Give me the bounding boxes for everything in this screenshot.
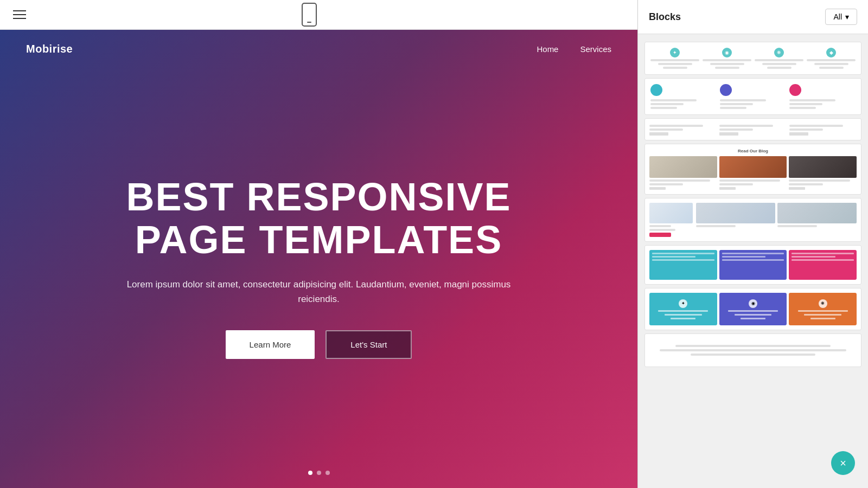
blocks-panel: Blocks All ▾ ✦ ◉ — [637, 0, 868, 488]
colorblock-icon-2: ◉ — [749, 299, 757, 308]
blog-photo-2 — [719, 156, 787, 178]
block-thumbnail-service-cards[interactable] — [644, 245, 861, 285]
close-button[interactable]: × — [831, 451, 855, 475]
colorblock-icon-1: ✦ — [679, 299, 687, 308]
service-card-teal — [649, 250, 717, 280]
blocks-title: Blocks — [649, 11, 681, 23]
colorblock-teal: ✦ — [649, 293, 717, 325]
chevron-down-icon: ▾ — [845, 12, 849, 21]
hero-section: Mobirise Home Services BEST RESPONSIVE P… — [0, 30, 637, 488]
circle-pink — [789, 84, 801, 96]
hero-buttons: Learn More Let's Start — [226, 330, 412, 359]
block-thumbnail-icon-grid[interactable]: ✦ ◉ ❋ ◆ — [644, 42, 861, 75]
service-card-pink — [789, 250, 857, 280]
editor-area: Mobirise Home Services BEST RESPONSIVE P… — [0, 0, 637, 488]
service-card-blue — [719, 250, 787, 280]
blocks-header: Blocks All ▾ — [638, 0, 868, 34]
colorblock-blue: ◉ — [719, 293, 787, 325]
blog-header-text: Read Our Blog — [649, 149, 857, 153]
block-thumbnail-circles[interactable] — [644, 78, 861, 115]
hamburger-icon[interactable] — [13, 10, 26, 19]
device-preview-button[interactable] — [302, 3, 317, 27]
block-thumbnail-partial[interactable] — [644, 333, 861, 367]
carousel-dot-3[interactable] — [326, 471, 330, 475]
colorblock-icon-3: ❋ — [819, 299, 827, 308]
block-thumbnail-color-blocks[interactable]: ✦ ◉ ❋ — [644, 288, 861, 330]
icon-2: ◉ — [722, 48, 732, 57]
article-img-2 — [696, 203, 775, 223]
top-toolbar — [0, 0, 637, 30]
carousel-dot-1[interactable] — [308, 471, 312, 475]
lets-start-button[interactable]: Let's Start — [326, 330, 412, 359]
article-img-1 — [649, 203, 693, 223]
circle-teal — [650, 84, 662, 96]
canvas: Mobirise Home Services BEST RESPONSIVE P… — [0, 30, 637, 488]
icon-1: ✦ — [670, 48, 680, 57]
circle-blue — [720, 84, 732, 96]
blocks-list: ✦ ◉ ❋ ◆ — [638, 34, 868, 488]
block-thumbnail-article[interactable] — [644, 198, 861, 242]
hero-title: BEST RESPONSIVE PAGE TEMPLATES — [126, 176, 511, 261]
block-thumbnail-photo-grid[interactable] — [644, 118, 861, 140]
phone-icon — [302, 3, 317, 27]
red-button — [649, 233, 671, 237]
carousel-dot-2[interactable] — [317, 471, 321, 475]
block-thumbnail-blog[interactable]: Read Our Blog — [644, 144, 861, 195]
hero-subtitle: Lorem ipsum dolor sit amet, consectetur … — [118, 277, 520, 306]
carousel-dots — [308, 471, 330, 475]
learn-more-button[interactable]: Learn More — [226, 330, 315, 359]
icon-4: ◆ — [826, 48, 836, 57]
blog-photo-1 — [649, 156, 717, 178]
blog-photo-3 — [789, 156, 857, 178]
hero-content: BEST RESPONSIVE PAGE TEMPLATES Lorem ips… — [0, 47, 637, 488]
article-img-3 — [777, 203, 857, 223]
icon-3: ❋ — [774, 48, 784, 57]
all-dropdown[interactable]: All ▾ — [825, 9, 857, 25]
colorblock-orange: ❋ — [789, 293, 857, 325]
